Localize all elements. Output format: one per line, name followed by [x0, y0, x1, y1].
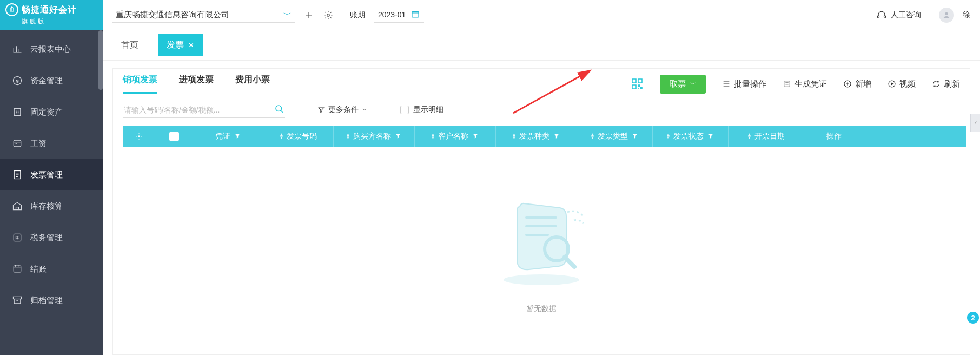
chevron-down-icon: ﹀: [690, 80, 696, 88]
svg-point-18: [276, 106, 282, 111]
page-tab-1[interactable]: 发票✕: [158, 34, 203, 56]
invoice-icon: [12, 169, 23, 180]
support-link[interactable]: 人工咨询: [877, 10, 921, 20]
svg-rect-13: [638, 79, 642, 83]
search-icon[interactable]: [274, 104, 284, 115]
company-selector[interactable]: 重庆畅捷交通信息咨询有限公司 ﹀: [112, 8, 295, 23]
sidebar-item-label: 发票管理: [30, 170, 63, 180]
sidebar-item-2[interactable]: 固定资产: [0, 96, 103, 128]
sort-icon[interactable]: ▲▼: [431, 133, 435, 140]
card: 销项发票进项发票费用小票 取票 ﹀ 批量操作 生成: [112, 68, 970, 355]
more-conditions-label: 更多条件: [328, 105, 359, 115]
svg-point-7: [327, 14, 330, 16]
filter-icon[interactable]: [234, 132, 241, 141]
sidebar-item-label: 云报表中心: [30, 44, 71, 55]
svg-rect-8: [412, 11, 419, 17]
page-tab-0[interactable]: 首页: [112, 34, 147, 56]
sort-icon[interactable]: ▲▼: [747, 133, 752, 140]
video-action[interactable]: 视频: [888, 79, 916, 89]
video-label: 视频: [899, 79, 916, 89]
subtabs: 销项发票进项发票费用小票: [123, 74, 270, 94]
voucher-action[interactable]: 生成凭证: [783, 79, 827, 89]
batch-action[interactable]: 批量操作: [722, 79, 766, 89]
filters: 更多条件 ﹀ 显示明细: [113, 94, 970, 126]
column-label: 发票状态: [673, 132, 704, 141]
column-header-4[interactable]: ▲▼发票种类: [496, 126, 577, 147]
svg-point-20: [138, 135, 140, 137]
period-selector[interactable]: 2023-01: [374, 8, 424, 23]
sidebar-item-7[interactable]: 结账: [0, 253, 103, 285]
sort-icon[interactable]: ▲▼: [666, 133, 671, 140]
svg-rect-15: [784, 81, 790, 87]
column-label: 开票日期: [754, 132, 785, 141]
filter-icon[interactable]: [553, 132, 560, 141]
gear-icon[interactable]: [323, 10, 334, 21]
column-header-7[interactable]: ▲▼开票日期: [729, 126, 804, 147]
add-icon[interactable]: [303, 10, 314, 21]
column-label: 购买方名称: [353, 132, 391, 141]
sidebar-item-label: 库存核算: [30, 201, 63, 212]
select-all-header[interactable]: [155, 126, 193, 147]
checkbox-icon: [400, 106, 409, 114]
add-label: 新增: [855, 79, 871, 89]
refresh-action[interactable]: 刷新: [932, 79, 960, 89]
column-header-5[interactable]: ▲▼发票类型: [577, 126, 653, 147]
add-action[interactable]: 新增: [843, 79, 871, 89]
sidebar-item-6[interactable]: 税务管理: [0, 222, 103, 253]
get-invoice-button[interactable]: 取票 ﹀: [660, 75, 706, 94]
svg-rect-5: [14, 266, 21, 272]
subtabs-row: 销项发票进项发票费用小票 取票 ﹀ 批量操作 生成: [113, 69, 970, 94]
sort-icon[interactable]: ▲▼: [280, 133, 284, 140]
help-bubble[interactable]: 2: [967, 312, 979, 324]
sidebar-item-1[interactable]: 资金管理: [0, 65, 103, 96]
sidebar-scrollbar[interactable]: [98, 30, 103, 90]
search-input[interactable]: [124, 106, 274, 114]
brand-edition: 旗舰版: [22, 17, 97, 25]
filter-icon[interactable]: [472, 132, 479, 141]
filter-icon[interactable]: [631, 132, 639, 141]
column-header-0[interactable]: 凭证: [193, 126, 263, 147]
column-header-1[interactable]: ▲▼发票号码: [263, 126, 334, 147]
brand-block: 畅捷通好会计 旗舰版: [0, 0, 103, 30]
search-box: [123, 102, 285, 118]
sort-icon[interactable]: ▲▼: [591, 133, 595, 140]
brand-name: 畅捷通好会计: [22, 4, 77, 16]
column-label: 发票号码: [287, 132, 317, 141]
sidebar-item-5[interactable]: 库存核算: [0, 190, 103, 222]
sidebar-item-8[interactable]: 归档管理: [0, 285, 103, 316]
subtab-0[interactable]: 销项发票: [123, 74, 157, 94]
svg-rect-2: [14, 140, 21, 147]
close-icon[interactable]: ✕: [188, 41, 194, 49]
column-settings-button[interactable]: [123, 126, 155, 147]
company-name: 重庆畅捷交通信息咨询有限公司: [116, 10, 229, 20]
sidebar-item-3[interactable]: 工资: [0, 128, 103, 159]
subtab-1[interactable]: 进项发票: [179, 74, 214, 94]
chevron-down-icon: ﹀: [283, 10, 292, 20]
sidebar-item-4[interactable]: 发票管理: [0, 159, 103, 190]
money-icon: [12, 75, 23, 86]
sort-icon[interactable]: ▲▼: [346, 133, 350, 140]
column-header-2[interactable]: ▲▼购买方名称: [334, 126, 415, 147]
column-header-6[interactable]: ▲▼发票状态: [653, 126, 729, 147]
sidebar-item-label: 税务管理: [30, 233, 63, 243]
page-tab-label: 首页: [121, 40, 138, 51]
sidebar-item-label: 固定资产: [30, 107, 63, 117]
filter-icon[interactable]: [394, 132, 402, 141]
qr-code-icon[interactable]: [631, 77, 644, 90]
close-period-icon: [12, 264, 23, 274]
svg-point-11: [945, 12, 948, 15]
panel-collapse-handle[interactable]: [970, 114, 980, 132]
calendar-icon: [411, 10, 420, 20]
filter-icon[interactable]: [707, 132, 714, 141]
sidebar-nav: 云报表中心资金管理固定资产工资发票管理库存核算税务管理结账归档管理: [0, 30, 103, 316]
checkbox-icon: [169, 132, 179, 141]
sort-icon[interactable]: ▲▼: [512, 133, 517, 140]
subtab-2[interactable]: 费用小票: [235, 74, 270, 94]
column-label: 客户名称: [438, 132, 468, 141]
more-conditions[interactable]: 更多条件 ﹀: [317, 105, 368, 115]
column-header-3[interactable]: ▲▼客户名称: [415, 126, 496, 147]
svg-rect-14: [632, 85, 636, 89]
avatar[interactable]: [939, 8, 954, 23]
sidebar-item-0[interactable]: 云报表中心: [0, 34, 103, 65]
show-detail-checkbox[interactable]: 显示明细: [400, 105, 443, 115]
